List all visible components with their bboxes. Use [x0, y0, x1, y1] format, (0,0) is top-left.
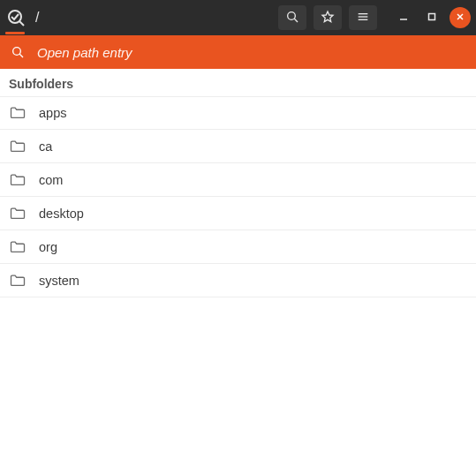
path-bar — [0, 35, 476, 69]
folder-row[interactable]: com — [0, 163, 476, 197]
maximize-button[interactable] — [421, 7, 442, 28]
search-icon — [285, 10, 299, 26]
close-icon — [455, 11, 465, 25]
path-input[interactable] — [37, 45, 465, 60]
folder-row[interactable]: apps — [0, 96, 476, 130]
hamburger-icon — [356, 10, 370, 26]
bookmark-button[interactable] — [314, 5, 342, 30]
svg-line-3 — [294, 19, 298, 22]
minimize-icon — [398, 11, 409, 25]
folder-icon — [9, 238, 26, 256]
folder-name: apps — [39, 106, 66, 120]
maximize-icon — [427, 11, 437, 25]
svg-point-2 — [288, 11, 296, 19]
folder-icon — [9, 205, 26, 222]
folder-icon — [9, 138, 26, 155]
svg-rect-9 — [429, 14, 435, 20]
breadcrumb[interactable]: / — [30, 10, 39, 26]
svg-point-0 — [9, 11, 21, 23]
folder-row[interactable]: ca — [0, 130, 476, 163]
svg-line-1 — [19, 21, 24, 26]
folder-row[interactable]: org — [0, 230, 476, 264]
section-heading: Subfolders — [0, 69, 476, 96]
star-icon — [321, 10, 335, 26]
path-search-icon — [11, 45, 25, 59]
folder-name: system — [39, 274, 79, 288]
app-icon — [5, 7, 26, 28]
folder-name: ca — [39, 139, 52, 154]
svg-line-13 — [19, 54, 23, 57]
folder-row[interactable]: desktop — [0, 197, 476, 230]
menu-button[interactable] — [349, 5, 377, 30]
folder-icon — [9, 104, 26, 122]
folder-name: com — [39, 173, 63, 187]
search-button[interactable] — [278, 5, 306, 30]
folder-row[interactable]: system — [0, 264, 476, 297]
folder-icon — [9, 171, 26, 189]
minimize-button[interactable] — [393, 7, 414, 28]
folder-name: desktop — [39, 207, 84, 221]
folder-list: apps ca com desktop org system — [0, 96, 476, 474]
close-button[interactable] — [450, 7, 471, 28]
svg-marker-4 — [322, 11, 333, 22]
folder-name: org — [39, 240, 57, 254]
folder-icon — [9, 272, 26, 290]
svg-point-12 — [13, 48, 21, 56]
window-controls — [393, 7, 471, 28]
headerbar: / — [0, 0, 476, 35]
